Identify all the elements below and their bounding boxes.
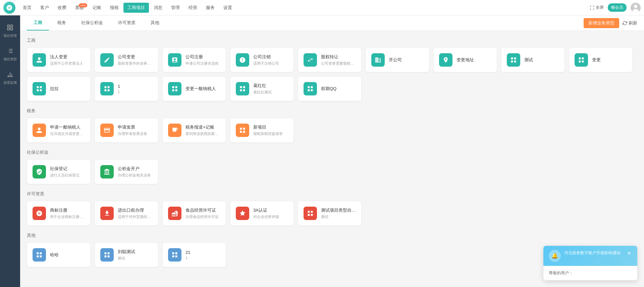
sidebar-item-progress[interactable]: 进度监测 — [0, 66, 20, 89]
card-haha[interactable]: 哈哈 — [27, 242, 91, 267]
card-title-gjjkaihuo: 公积金开户 — [118, 166, 153, 172]
card-desc-gongsizhu: 申请公司注册全流程 — [185, 61, 220, 66]
xuke-cards: 商标注册 用于企业商标注册服务 进出口权办理 适用于对外贸易经营者 食品经营许可… — [27, 201, 637, 226]
card-shipin[interactable]: 食品经营许可证 办理食品经营许可证 — [162, 201, 226, 226]
card-gongsixiao[interactable]: 公司注销 适用于注销公司 — [230, 48, 294, 72]
card-ershiyi[interactable]: 21 1 — [162, 242, 226, 267]
card-icon-gongsixiao — [236, 53, 249, 67]
card-title-haha: 哈哈 — [50, 252, 85, 258]
card-icon-ershiyi — [168, 248, 181, 262]
card-desc-shenqingshuiren: 当月或次月成变更完成 — [50, 131, 85, 136]
card-text-ceshileixin: 测试项目类型自定义 测试 — [321, 207, 356, 219]
card-text-yibannshuiren: 变更一般纳税人 — [185, 86, 220, 92]
card-qianqiQQ[interactable]: 前期QQ — [298, 76, 362, 101]
nav-item-设置[interactable]: 设置 — [219, 3, 236, 13]
card-gongsizhu[interactable]: 公司注册 申请公司注册全流程 — [162, 48, 226, 72]
sidebar-label: 进度监测 — [3, 80, 17, 85]
card-mhhong[interactable]: 葛红红 葛红红测试 — [230, 76, 294, 101]
card-text-gongsixiao: 公司注销 适用于注销公司 — [253, 54, 288, 66]
card-icon-fazren — [33, 53, 46, 67]
card-icon-biangeng — [575, 53, 588, 67]
card-fazren[interactable]: 法人变更 适用于公司变更法人 — [27, 48, 91, 72]
nav-item-首页[interactable]: 首页 — [19, 3, 36, 13]
card-icon-biangengdizhi — [439, 53, 452, 67]
card-text-kaigongsi: 开公司 — [389, 57, 424, 63]
card-desc-shuiwubaodao: 拿到营业执照的新公司 — [185, 131, 220, 136]
tab-gongshang[interactable]: 工商 — [27, 16, 49, 30]
fullscreen-label: 全屏 — [596, 5, 604, 10]
list-icon — [5, 46, 15, 56]
nav-item-报税[interactable]: 报税 — [106, 3, 123, 13]
nav-item-服务[interactable]: 服务 — [202, 3, 219, 13]
nav-item-经营[interactable]: 经营 — [184, 3, 201, 13]
card-title-mhhong: 葛红红 — [253, 83, 288, 89]
tab-shebao[interactable]: 社保公积金 — [74, 16, 110, 30]
user-avatar[interactable] — [631, 3, 641, 13]
card-xinxiangmu[interactable]: 新项目 报税加税控盘保管 — [230, 118, 294, 143]
refresh-button[interactable]: 刷新 — [623, 20, 637, 26]
sidebar-item-project-type[interactable]: 项目类型 — [0, 42, 20, 66]
card-icon-xinxiangmu — [236, 124, 249, 137]
new-type-button[interactable]: 新增业务类型 — [584, 18, 619, 28]
notif-title: 河北税务数字账户升级影响通知 — [564, 250, 621, 256]
card-icon-shipin — [168, 207, 181, 220]
nav-item-消息[interactable]: 消息 — [150, 3, 166, 13]
section-title-shebao: 社保公积金 — [27, 149, 637, 155]
card-gjjkaihuo[interactable]: 公积金开户 办理公积金相关业务 — [95, 159, 158, 184]
card-title-kaigongsi: 开公司 — [389, 57, 424, 63]
nav-item-票据[interactable]: 票据new — [71, 3, 88, 13]
card-lala[interactable]: 拉拉 — [27, 76, 91, 101]
card-shenqingfapiao[interactable]: 申请发票 办理申请发票业务 — [95, 118, 158, 143]
card-ceshi[interactable]: 测试 — [501, 48, 565, 72]
card-liucetest[interactable]: 刘聪测试 测试 — [95, 242, 158, 267]
card-desc-jinchukou: 适用于对外贸易经营者 — [118, 214, 153, 219]
notif-body: 尊敬的用户： — [543, 266, 637, 280]
svg-rect-5 — [11, 28, 13, 30]
tab-xuke[interactable]: 许可资质 — [111, 16, 142, 30]
card-desc-shipin: 办理食品经营许可证 — [185, 214, 220, 219]
nav-item-记账[interactable]: 记账 — [89, 3, 105, 13]
card-title-biangengdizhi: 变更地址 — [457, 57, 491, 63]
card-desc-gjjkaihuo: 办理公积金相关业务 — [118, 173, 153, 178]
card-text-shangbiao: 商标注册 用于企业商标注册服务 — [50, 207, 85, 219]
card-jinchukou[interactable]: 进出口权办理 适用于对外贸易经营者 — [95, 201, 158, 226]
nav-items: 首页客户收费票据new记账报税工商项目消息管理经营服务设置 — [19, 3, 590, 13]
card-shangbiao[interactable]: 商标注册 用于企业商标注册服务 — [27, 201, 91, 226]
tab-actions: 新增业务类型 刷新 — [584, 18, 637, 28]
notif-close-btn[interactable]: ✕ — [627, 250, 632, 257]
vip-btn[interactable]: 畅会员 — [608, 3, 627, 12]
logo[interactable] — [3, 2, 15, 14]
tab-qita[interactable]: 其他 — [144, 16, 166, 30]
card-shuiwubaodao[interactable]: 税务报道+记账 拿到营业执照的新公司 — [162, 118, 226, 143]
card-text-gongsizhu: 公司注册 申请公司注册全流程 — [185, 54, 220, 66]
section-title-qita: 其他 — [27, 232, 637, 238]
card-title-shebaodengi: 社保登记 — [50, 166, 85, 172]
nav-item-管理[interactable]: 管理 — [167, 3, 184, 13]
shebao-cards: 社保登记 进行人员社保登记 公积金开户 办理公积金相关业务 — [27, 159, 637, 184]
card-gongsibiangeng[interactable]: 公司变更 股权变更外的业务变更 — [95, 48, 158, 72]
nav-item-收费[interactable]: 收费 — [54, 3, 70, 13]
svg-rect-6 — [8, 28, 10, 30]
card-yi[interactable]: 1 1 — [95, 76, 158, 101]
card-icon-shuiwubaodao — [168, 124, 181, 137]
nav-item-工商项目[interactable]: 工商项目 — [123, 3, 149, 13]
nav-item-客户[interactable]: 客户 — [36, 3, 53, 13]
card-desc-ceshileixin: 测试 — [321, 214, 356, 219]
section-title-gongshang: 工商 — [27, 38, 637, 44]
card-biangengdizhi[interactable]: 变更地址 — [433, 48, 497, 72]
sidebar-item-project-manage[interactable]: 项目管理 — [0, 19, 20, 42]
card-ceshileixin[interactable]: 测试项目类型自定义 测试 — [298, 201, 362, 226]
card-shenqingshuiren[interactable]: 申请一般纳税人 当月或次月成变更完成 — [27, 118, 91, 143]
card-kaigongsi[interactable]: 开公司 — [366, 48, 429, 72]
fullscreen-btn[interactable]: 全屏 — [590, 5, 604, 10]
card-sanA[interactable]: 3A认证 对企业信誉评级 — [230, 201, 294, 226]
tab-shuiwu[interactable]: 税务 — [51, 16, 73, 30]
card-biangeng[interactable]: 变更 — [569, 48, 633, 72]
nav-right: 全屏 畅会员 — [590, 3, 641, 13]
refresh-label: 刷新 — [629, 20, 637, 26]
card-guquanzhuanrang[interactable]: 股权转让 公司变更需要股权转让 — [298, 48, 362, 72]
card-yibannshuiren[interactable]: 变更一般纳税人 — [162, 76, 226, 101]
card-title-shangbiao: 商标注册 — [50, 207, 85, 213]
card-desc-gongsixiao: 适用于注销公司 — [253, 61, 288, 66]
card-shebaodengi[interactable]: 社保登记 进行人员社保登记 — [27, 159, 91, 184]
